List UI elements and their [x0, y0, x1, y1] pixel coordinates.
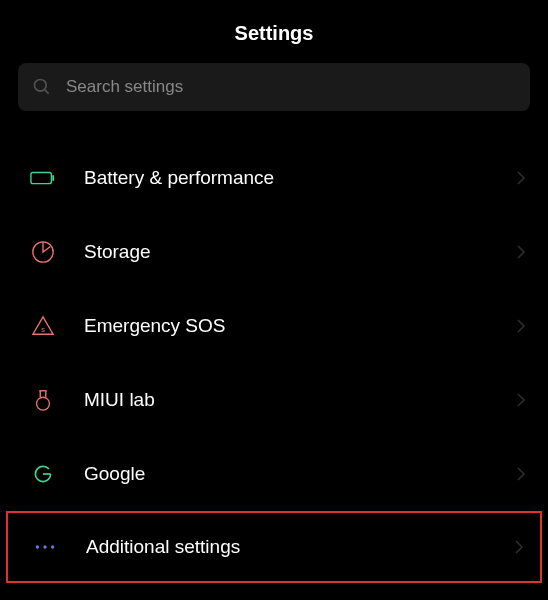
search-icon: [32, 77, 52, 97]
search-input[interactable]: [66, 77, 516, 97]
item-label: Storage: [84, 241, 516, 263]
header: Settings: [0, 0, 548, 63]
svg-point-12: [43, 545, 46, 548]
svg-point-0: [35, 80, 47, 92]
settings-item-storage[interactable]: Storage: [0, 215, 548, 289]
emergency-icon: s: [30, 313, 56, 339]
chevron-right-icon: [516, 392, 526, 408]
storage-icon: [30, 239, 56, 265]
chevron-right-icon: [516, 466, 526, 482]
item-label: Additional settings: [86, 536, 514, 558]
svg-point-6: [37, 397, 50, 410]
dots-icon: [32, 534, 58, 560]
settings-item-google[interactable]: Google: [0, 437, 548, 511]
item-label: MIUI lab: [84, 389, 516, 411]
page-title: Settings: [0, 22, 548, 45]
search-bar[interactable]: [18, 63, 530, 111]
svg-rect-2: [31, 172, 51, 183]
item-label: Google: [84, 463, 516, 485]
battery-icon: [30, 165, 56, 191]
chevron-right-icon: [514, 539, 524, 555]
svg-text:s: s: [41, 325, 45, 334]
settings-item-emergency[interactable]: s Emergency SOS: [0, 289, 548, 363]
chevron-right-icon: [516, 244, 526, 260]
settings-list: Battery & performance Storage s Emergenc…: [0, 141, 548, 583]
settings-item-additional[interactable]: Additional settings: [6, 511, 542, 583]
svg-point-13: [51, 545, 54, 548]
item-label: Emergency SOS: [84, 315, 516, 337]
settings-item-battery[interactable]: Battery & performance: [0, 141, 548, 215]
settings-item-lab[interactable]: MIUI lab: [0, 363, 548, 437]
item-label: Battery & performance: [84, 167, 516, 189]
chevron-right-icon: [516, 170, 526, 186]
lab-icon: [30, 387, 56, 413]
svg-line-1: [45, 90, 49, 94]
chevron-right-icon: [516, 318, 526, 334]
svg-point-11: [36, 545, 39, 548]
google-icon: [30, 461, 56, 487]
